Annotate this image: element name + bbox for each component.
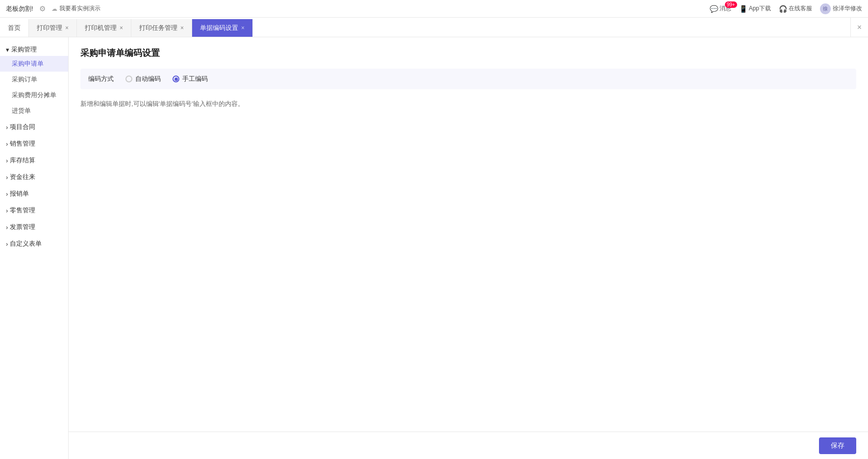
- message-badge: 99+: [725, 1, 737, 8]
- top-bar-left: 老板勿割! ⚙ ☁ 我要看实例演示: [6, 4, 100, 13]
- online-service-label: 在线客服: [789, 4, 812, 13]
- manual-code-option[interactable]: 手工编码: [173, 75, 208, 83]
- sidebar-group-inventory-settlement-label: 库存结算: [10, 156, 35, 165]
- user-area[interactable]: 徐 徐泽华修改: [820, 3, 862, 14]
- auto-code-option[interactable]: 自动编码: [125, 75, 161, 83]
- sidebar-group-purchase-mgmt[interactable]: ▾ 采购管理: [0, 41, 68, 56]
- chevron-right-icon-4: ›: [6, 174, 8, 181]
- manual-code-radio[interactable]: [173, 76, 179, 82]
- sidebar-item-purchase-order[interactable]: 采购订单: [0, 72, 68, 87]
- sidebar-group-invoice-mgmt[interactable]: › 发票管理: [0, 219, 68, 235]
- chevron-down-icon: ▾: [6, 46, 9, 53]
- top-bar-right: 💬 消息 99+ 📱 App下载 🎧 在线客服 徐 徐泽华修改: [710, 3, 862, 14]
- tab-single-code-settings[interactable]: 单据编码设置 ×: [192, 19, 253, 37]
- tab-print-mgmt-close[interactable]: ×: [65, 25, 69, 31]
- tab-single-code-settings-close[interactable]: ×: [241, 25, 245, 31]
- sidebar-group-sales-return-label: 报销单: [10, 189, 29, 198]
- tab-printer-mgmt-label: 打印机管理: [85, 24, 117, 32]
- sidebar-item-purchase-order-label: 采购订单: [12, 76, 37, 83]
- sidebar-group-project-contract[interactable]: › 项目合同: [0, 119, 68, 135]
- message-button[interactable]: 💬 消息 99+: [710, 4, 731, 13]
- sidebar-group-retail-mgmt-label: 零售管理: [10, 206, 35, 215]
- app-title: 老板勿割!: [6, 4, 33, 13]
- chevron-right-icon-3: ›: [6, 157, 8, 164]
- encoding-row: 编码方式 自动编码 手工编码: [80, 69, 856, 89]
- app-download-button[interactable]: 📱 App下载: [739, 4, 771, 13]
- message-icon: 💬: [710, 5, 718, 13]
- sidebar-group-invoice-mgmt-label: 发票管理: [10, 223, 35, 231]
- sidebar-group-capital-flow[interactable]: › 资金往来: [0, 169, 68, 185]
- sidebar-item-purchase-expense[interactable]: 采购费用分摊单: [0, 87, 68, 103]
- chevron-right-icon: ›: [6, 124, 8, 131]
- sidebar-group-project-contract-label: 项目合同: [10, 123, 35, 131]
- sidebar-item-purchase-expense-label: 采购费用分摊单: [12, 91, 56, 99]
- tab-print-mgmt-label: 打印管理: [37, 24, 62, 32]
- tab-home-label: 首页: [8, 24, 21, 32]
- gear-icon[interactable]: ⚙: [39, 4, 46, 13]
- sidebar-group-capital-flow-label: 资金往来: [10, 173, 35, 181]
- tab-print-task-mgmt[interactable]: 打印任务管理 ×: [131, 19, 192, 37]
- chevron-right-icon-8: ›: [6, 240, 8, 248]
- tab-single-code-settings-label: 单据编码设置: [200, 24, 238, 32]
- cloud-icon: ☁: [51, 5, 57, 12]
- tab-printer-mgmt[interactable]: 打印机管理 ×: [77, 19, 131, 37]
- auto-code-label: 自动编码: [135, 75, 161, 83]
- online-service-button[interactable]: 🎧 在线客服: [779, 4, 812, 13]
- chevron-right-icon-6: ›: [6, 207, 8, 214]
- avatar: 徐: [820, 3, 831, 14]
- sidebar-item-stock-in-label: 进货单: [12, 107, 31, 114]
- sidebar-group-sales-return[interactable]: › 报销单: [0, 185, 68, 202]
- sidebar-group-custom-forms-label: 自定义表单: [10, 239, 42, 248]
- main-content: 采购申请单编码设置 编码方式 自动编码 手工编码 新增和编辑单据时,可以编辑'单…: [69, 37, 868, 459]
- tab-print-task-mgmt-close[interactable]: ×: [180, 25, 184, 31]
- encoding-label: 编码方式: [88, 75, 114, 83]
- headset-icon: 🎧: [779, 5, 787, 13]
- chevron-right-icon-7: ›: [6, 224, 8, 231]
- sidebar: ▾ 采购管理 采购申请单 采购订单 采购费用分摊单 进货单 › 项目合同 › 销…: [0, 37, 69, 459]
- save-button[interactable]: 保存: [819, 437, 856, 454]
- sidebar-group-inventory-settlement[interactable]: › 库存结算: [0, 152, 68, 169]
- sidebar-group-custom-forms[interactable]: › 自定义表单: [0, 235, 68, 252]
- sidebar-item-purchase-request-label: 采购申请单: [12, 60, 44, 67]
- mobile-icon: 📱: [739, 5, 747, 13]
- app-download-label: App下载: [749, 4, 771, 13]
- sidebar-item-purchase-request[interactable]: 采购申请单: [0, 56, 68, 72]
- chevron-right-icon-5: ›: [6, 190, 8, 198]
- demo-text: 我要看实例演示: [59, 4, 100, 13]
- layout: ▾ 采购管理 采购申请单 采购订单 采购费用分摊单 进货单 › 项目合同 › 销…: [0, 37, 868, 459]
- chevron-right-icon-2: ›: [6, 140, 8, 148]
- manual-code-label: 手工编码: [182, 75, 208, 83]
- sidebar-group-purchase-mgmt-label: 采购管理: [11, 45, 37, 54]
- tab-printer-mgmt-close[interactable]: ×: [120, 25, 123, 31]
- tab-bar: 首页 打印管理 × 打印机管理 × 打印任务管理 × 单据编码设置 × ×: [0, 18, 868, 37]
- user-name: 徐泽华修改: [833, 4, 862, 13]
- tab-home[interactable]: 首页: [0, 19, 29, 37]
- tab-print-task-mgmt-label: 打印任务管理: [139, 24, 177, 32]
- tab-print-mgmt[interactable]: 打印管理 ×: [29, 19, 77, 37]
- description-text: 新增和编辑单据时,可以编辑'单据编码号'输入框中的内容。: [80, 99, 856, 109]
- sidebar-group-sales-mgmt[interactable]: › 销售管理: [0, 135, 68, 152]
- sidebar-group-sales-mgmt-label: 销售管理: [10, 139, 35, 148]
- sidebar-item-stock-in[interactable]: 进货单: [0, 103, 68, 119]
- page-title: 采购申请单编码设置: [80, 47, 856, 59]
- demo-button[interactable]: ☁ 我要看实例演示: [51, 4, 100, 13]
- close-all-tabs-button[interactable]: ×: [850, 18, 868, 37]
- footer-bar: 保存: [69, 432, 868, 459]
- page-body: 采购申请单编码设置 编码方式 自动编码 手工编码 新增和编辑单据时,可以编辑'单…: [69, 37, 868, 432]
- sidebar-group-retail-mgmt[interactable]: › 零售管理: [0, 202, 68, 219]
- top-bar: 老板勿割! ⚙ ☁ 我要看实例演示 💬 消息 99+ 📱 App下载 🎧 在线客…: [0, 0, 868, 18]
- auto-code-radio[interactable]: [125, 76, 132, 82]
